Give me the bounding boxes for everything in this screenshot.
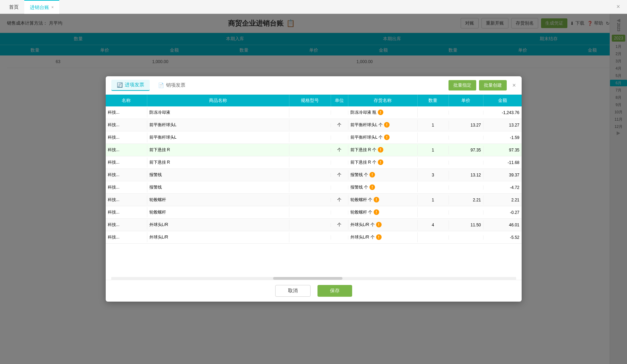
table-cell bbox=[289, 161, 331, 165]
table-cell bbox=[289, 198, 331, 202]
dialog-scrollbar-thumb[interactable] bbox=[273, 277, 342, 280]
tab-outbound-invoice[interactable]: 📄 销项发票 bbox=[153, 80, 191, 90]
table-cell: 轮毂螺杆 个! bbox=[348, 207, 418, 217]
warning-icon[interactable]: ! bbox=[374, 209, 379, 215]
warning-icon[interactable]: ! bbox=[384, 122, 390, 128]
batch-create-button[interactable]: 批量创建 bbox=[479, 80, 507, 90]
warning-icon[interactable]: ! bbox=[384, 135, 390, 140]
table-cell: 外球头L/R bbox=[147, 232, 289, 242]
table-row: 科技...轮毂螺杆轮毂螺杆 个!-0.27 bbox=[106, 206, 522, 219]
warning-icon[interactable]: ! bbox=[378, 159, 383, 165]
table-cell: 2.21 bbox=[484, 196, 522, 205]
table-cell: 轮毂螺杆 bbox=[147, 195, 289, 205]
table-cell: 46.01 bbox=[484, 220, 522, 229]
top-bar: 首页 进销台账 × × bbox=[0, 0, 627, 14]
table-row: 科技...前下悬挂 R前下悬挂 R 个!-11.68 bbox=[106, 156, 522, 169]
table-cell: 报警线 bbox=[147, 182, 289, 192]
table-cell: 13.27 bbox=[449, 121, 484, 130]
table-cell: 个 bbox=[331, 195, 348, 205]
warning-icon[interactable]: ! bbox=[369, 172, 375, 177]
table-cell bbox=[418, 210, 449, 215]
table-cell: 2.21 bbox=[449, 196, 484, 205]
table-cell bbox=[331, 210, 348, 215]
table-cell: 科技... bbox=[106, 207, 147, 217]
warning-icon[interactable]: ! bbox=[369, 184, 375, 190]
table-cell: 科技... bbox=[106, 195, 147, 205]
dth-inventory: 存货名称 bbox=[348, 95, 418, 106]
table-cell bbox=[331, 161, 348, 165]
dialog-footer: 取消 保存 bbox=[106, 280, 522, 302]
table-cell: 科技... bbox=[106, 132, 147, 142]
dialog-close-icon[interactable]: × bbox=[512, 82, 516, 89]
batch-assign-button[interactable]: 批量指定 bbox=[449, 80, 476, 90]
table-row: 科技...轮毂螺杆个轮毂螺杆 个!12.212.21 bbox=[106, 194, 522, 206]
inbound-invoice-label: 进项发票 bbox=[125, 82, 144, 88]
warning-icon[interactable]: ! bbox=[374, 197, 379, 202]
warning-icon[interactable]: ! bbox=[378, 110, 383, 115]
table-cell bbox=[449, 161, 484, 165]
table-cell bbox=[289, 235, 331, 240]
table-cell bbox=[418, 185, 449, 190]
table-cell: 前下悬挂 R 个! bbox=[348, 157, 418, 167]
tab-home[interactable]: 首页 bbox=[3, 0, 24, 14]
table-row: 科技...前下悬挂 R个前下悬挂 R 个!197.3597.35 bbox=[106, 144, 522, 156]
table-cell bbox=[449, 185, 484, 190]
table-cell: -0.27 bbox=[484, 208, 522, 217]
dth-product: 商品名称 bbox=[147, 95, 289, 106]
table-cell: -1,243.76 bbox=[484, 108, 522, 117]
dialog-table-header: 名称 商品名称 规格型号 单位 存货名称 数量 单价 金额 bbox=[106, 95, 522, 106]
table-cell: 前平衡杆球头L 个! bbox=[348, 132, 418, 142]
table-cell bbox=[449, 136, 484, 140]
table-cell: 个 bbox=[331, 120, 348, 130]
save-button[interactable]: 保存 bbox=[317, 285, 352, 297]
table-cell: 防冻冷却液 瓶! bbox=[348, 107, 418, 118]
table-cell bbox=[449, 235, 484, 240]
table-cell bbox=[289, 223, 331, 227]
table-cell bbox=[331, 136, 348, 140]
table-cell: 个 bbox=[331, 145, 348, 155]
table-row: 科技...报警线报警线 个!-4.72 bbox=[106, 181, 522, 194]
window-close-icon[interactable]: × bbox=[613, 3, 624, 10]
table-cell: 外球头L/R 个! bbox=[348, 220, 418, 230]
dth-price: 单价 bbox=[449, 95, 484, 106]
table-cell bbox=[449, 111, 484, 115]
table-cell bbox=[449, 210, 484, 215]
dth-qty: 数量 bbox=[418, 95, 449, 106]
table-cell bbox=[418, 111, 449, 115]
table-cell bbox=[331, 111, 348, 115]
warning-icon[interactable]: ! bbox=[376, 222, 382, 227]
table-cell: 报警线 个! bbox=[348, 182, 418, 192]
outbound-invoice-label: 销项发票 bbox=[166, 82, 185, 88]
table-cell bbox=[289, 185, 331, 190]
table-cell bbox=[418, 235, 449, 240]
table-cell: 科技... bbox=[106, 107, 147, 118]
table-cell: 97.35 bbox=[449, 146, 484, 155]
cancel-button[interactable]: 取消 bbox=[275, 285, 311, 297]
dth-spec: 规格型号 bbox=[289, 95, 331, 106]
tab-inbound-invoice[interactable]: 🔄 进项发票 bbox=[111, 80, 150, 91]
table-cell: 前下悬挂 R bbox=[147, 157, 289, 167]
table-row: 科技...防冻冷却液防冻冷却液 瓶!-1,243.76 bbox=[106, 106, 522, 119]
inbound-invoice-icon: 🔄 bbox=[117, 82, 123, 88]
table-cell bbox=[289, 123, 331, 127]
dth-amount: 金额 bbox=[484, 95, 522, 106]
warning-icon[interactable]: ! bbox=[378, 147, 383, 153]
table-cell: 科技... bbox=[106, 157, 147, 167]
dialog-table-body: 科技...防冻冷却液防冻冷却液 瓶!-1,243.76科技...前平衡杆球头L个… bbox=[106, 106, 522, 277]
table-cell: 外球头L/R bbox=[147, 220, 289, 230]
table-cell: 科技... bbox=[106, 120, 147, 130]
table-cell bbox=[331, 235, 348, 240]
table-cell: -11.68 bbox=[484, 158, 522, 167]
table-row: 科技...前平衡杆球头L前平衡杆球头L 个!-1.59 bbox=[106, 131, 522, 144]
table-row: 科技...外球头L/R个外球头L/R 个!411.5046.01 bbox=[106, 219, 522, 231]
table-row: 科技...前平衡杆球头L个前平衡杆球头L 个!113.2713.27 bbox=[106, 119, 522, 131]
table-row: 科技...外球头L/R外球头L/R 个!-5.52 bbox=[106, 231, 522, 244]
tab-close-icon[interactable]: × bbox=[51, 0, 54, 14]
table-cell: 3 bbox=[418, 171, 449, 180]
table-cell: 轮毂螺杆 个! bbox=[348, 195, 418, 205]
dialog-horizontal-scrollbar[interactable] bbox=[111, 277, 516, 280]
warning-icon[interactable]: ! bbox=[376, 234, 382, 240]
tab-active[interactable]: 进销台账 × bbox=[24, 0, 59, 14]
dialog-table: 名称 商品名称 规格型号 单位 存货名称 数量 单价 金额 科技...防冻冷却液… bbox=[106, 95, 522, 277]
table-cell bbox=[289, 173, 331, 177]
